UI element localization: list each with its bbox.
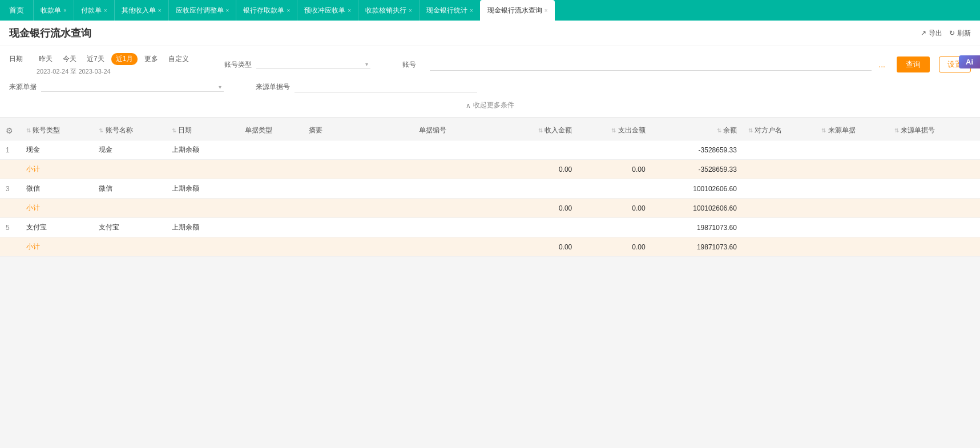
table-row: 小计0.000.00100102606.60 (0, 199, 980, 218)
filter-row-1: 日期 昨天 今天 近7天 近1月 更多 自定义 2023-02-24 至 202… (9, 53, 971, 76)
date-more[interactable]: 更多 (141, 53, 162, 65)
export-button[interactable]: ↗ 导出 (921, 29, 942, 38)
close-stats-tab[interactable]: × (470, 7, 473, 14)
close-cashflow-tab[interactable]: × (545, 7, 548, 14)
table-row: 小计0.000.00-3528659.33 (0, 160, 980, 179)
page-header: 现金银行流水查询 ↗ 导出 ↻ 刷新 (0, 21, 980, 46)
date-7days[interactable]: 近7天 (83, 53, 108, 65)
close-adjustment-tab[interactable]: × (226, 7, 229, 14)
table-row: 1现金现金上期余额-3528659.33 (0, 140, 980, 160)
col-account-name[interactable]: ⇅ 账号名称 (93, 121, 166, 140)
date-yesterday[interactable]: 昨天 (35, 53, 56, 65)
collapse-icon: ∧ (466, 102, 471, 110)
date-1month[interactable]: 近1月 (111, 53, 138, 65)
nav-home[interactable]: 首页 (0, 0, 33, 21)
col-source-doc[interactable]: ⇅ 来源单据 (816, 121, 888, 140)
date-filter-label: 日期 (9, 54, 32, 64)
date-options: 昨天 今天 近7天 近1月 更多 自定义 (35, 53, 192, 65)
account-type-label: 账号类型 (224, 60, 252, 70)
top-nav: 首页 收款单 × 付款单 × 其他收入单 × 应收应付调整单 × 银行存取款单 … (0, 0, 980, 21)
collapse-conditions[interactable]: ∧ 收起更多条件 (9, 98, 971, 112)
col-account-type[interactable]: ⇅ 账号类型 (21, 121, 93, 140)
source-doc-container: 来源单据 ▾ (9, 82, 224, 92)
col-income[interactable]: ⇅ 收入金额 (505, 121, 578, 140)
source-doc-label: 来源单据 (9, 82, 37, 92)
close-receipt-tab[interactable]: × (63, 7, 67, 14)
header-actions: ↗ 导出 ↻ 刷新 (921, 29, 971, 38)
date-custom[interactable]: 自定义 (165, 53, 192, 65)
date-range-display: 2023-02-24 至 2023-03-24 (37, 68, 111, 75)
source-doc-select[interactable]: ▾ (41, 83, 224, 92)
nav-tab-cashflow[interactable]: 现金银行流水查询 × (480, 0, 555, 21)
page-title: 现金银行流水查询 (9, 26, 91, 40)
nav-tab-bank-deposit[interactable]: 银行存取款单 × (236, 0, 297, 21)
col-counterparty[interactable]: ⇅ 对方户名 (743, 121, 816, 140)
nav-tab-verification[interactable]: 收款核销执行 × (358, 0, 419, 21)
source-docnum-label: 来源单据号 (256, 82, 290, 92)
filter-area: 日期 昨天 今天 近7天 近1月 更多 自定义 2023-02-24 至 202… (0, 46, 980, 118)
table-row: 小计0.000.0019871073.60 (0, 237, 980, 257)
nav-tab-adjustment[interactable]: 应收应付调整单 × (168, 0, 236, 21)
nav-tab-stats[interactable]: 现金银行统计 × (419, 0, 480, 21)
source-doc-chevron: ▾ (219, 84, 221, 90)
query-button[interactable]: 查询 (897, 56, 930, 72)
date-today[interactable]: 今天 (59, 53, 80, 65)
source-docnum-input[interactable] (295, 82, 477, 92)
gear-icon[interactable]: ⚙ (6, 126, 13, 135)
table-header-row: ⚙ ⇅ 账号类型 ⇅ 账号名称 ⇅ 日期 单据类型 摘要 (0, 121, 980, 140)
close-prepay-tab[interactable]: × (348, 7, 351, 14)
col-balance[interactable]: ⇅ 余额 (651, 121, 743, 140)
col-summary: 摘要 (303, 121, 413, 140)
source-docnum-container: 来源单据号 (256, 82, 477, 92)
refresh-button[interactable]: ↻ 刷新 (949, 29, 971, 38)
close-verification-tab[interactable]: × (409, 7, 412, 14)
account-type-chevron: ▾ (365, 61, 368, 67)
account-ellipsis[interactable]: ... (876, 60, 888, 69)
nav-tab-prepay[interactable]: 预收冲应收单 × (297, 0, 358, 21)
filter-row-2: 来源单据 ▾ 来源单据号 (9, 82, 971, 92)
account-label: 账号 (402, 60, 425, 70)
close-other-income-tab[interactable]: × (158, 7, 162, 14)
close-bank-deposit-tab[interactable]: × (287, 7, 290, 14)
nav-tab-receipt[interactable]: 收款单 × (33, 0, 74, 21)
col-date[interactable]: ⇅ 日期 (166, 121, 239, 140)
col-source-docnum[interactable]: ⇅ 来源单据号 (889, 121, 980, 140)
table-row: 3微信微信上期余额100102606.60 (0, 179, 980, 199)
col-gear[interactable]: ⚙ (0, 121, 21, 140)
data-table: ⚙ ⇅ 账号类型 ⇅ 账号名称 ⇅ 日期 单据类型 摘要 (0, 121, 980, 257)
col-doc-type: 单据类型 (239, 121, 303, 140)
close-payment-tab[interactable]: × (104, 7, 107, 14)
account-type-select[interactable]: ▾ (256, 60, 370, 69)
data-table-wrapper: ⚙ ⇅ 账号类型 ⇅ 账号名称 ⇅ 日期 单据类型 摘要 (0, 121, 980, 257)
col-expense[interactable]: ⇅ 支出金额 (578, 121, 651, 140)
col-doc-num: 单据编号 (413, 121, 505, 140)
export-icon: ↗ (921, 29, 926, 37)
nav-tab-payment[interactable]: 付款单 × (74, 0, 114, 21)
nav-tab-other-income[interactable]: 其他收入单 × (114, 0, 168, 21)
table-row: 5支付宝支付宝上期余额19871073.60 (0, 218, 980, 237)
ai-badge[interactable]: Ai (959, 55, 980, 68)
refresh-icon: ↻ (949, 29, 955, 37)
